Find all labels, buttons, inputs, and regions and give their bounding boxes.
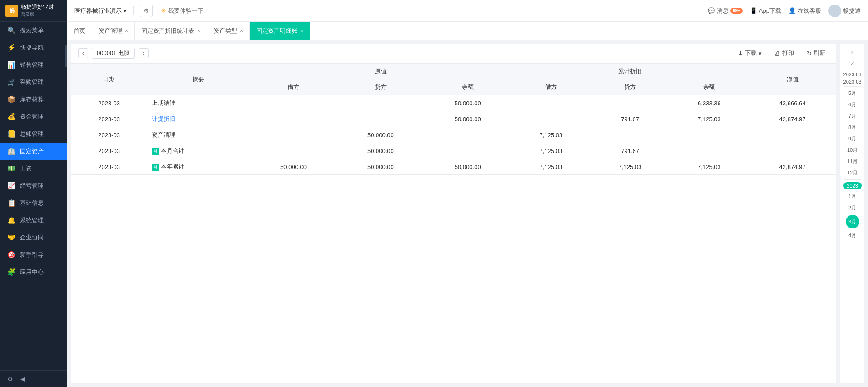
cell-dep-debit xyxy=(511,95,590,111)
prev-asset-button[interactable]: ‹ xyxy=(78,48,88,58)
rs-month-6[interactable]: 6月 xyxy=(840,99,864,110)
tab-asset-management[interactable]: 资产管理 × xyxy=(92,22,135,40)
sidebar-item-finance[interactable]: 💰 资金管理 xyxy=(0,108,67,125)
cell-date: 2023-03 xyxy=(71,127,147,143)
cell-dep-debit xyxy=(511,111,590,127)
download-button[interactable]: ⬇ 下载 ▾ xyxy=(734,47,765,59)
tab-close-depreciation-table[interactable]: × xyxy=(197,28,200,34)
refresh-icon: ↻ xyxy=(807,50,812,57)
sidebar-item-basic-info[interactable]: 📋 基础信息 xyxy=(0,194,67,212)
sidebar-item-operations[interactable]: 📈 经营管理 xyxy=(0,177,67,194)
tab-asset-detail[interactable]: 固定资产明细账 × xyxy=(250,22,310,40)
building-icon: 🏢 xyxy=(7,147,15,155)
cell-orig-credit: 50,000.00 xyxy=(337,127,424,143)
sidebar-item-system[interactable]: 🔔 系统管理 xyxy=(0,212,67,229)
experience-button[interactable]: ☀ 我要体验一下 xyxy=(156,5,208,17)
summary-link[interactable]: 计提折旧 xyxy=(152,115,175,122)
rs-month-10[interactable]: 10月 xyxy=(840,144,864,156)
timeline-sidebar: × ⤢ 2023.03 2023.03 5月 6月 7月 8月 9月 10月 1… xyxy=(840,44,864,383)
tab-depreciation-table[interactable]: 固定资产折旧统计表 × xyxy=(135,22,207,40)
content-toolbar: ‹ 000001 电脑 › ⬇ 下载 ▾ 🖨 打印 ↻ 刷新 xyxy=(71,44,836,63)
puzzle-icon: 🧩 xyxy=(7,268,15,276)
cell-dep-balance: 6,333.36 xyxy=(670,95,749,111)
cell-orig-debit xyxy=(250,95,337,111)
cell-summary: 计提折旧 xyxy=(147,111,250,127)
asset-code-tag: 000001 电脑 xyxy=(92,48,135,59)
sidebar-item-sales[interactable]: 📊 销售管理 xyxy=(0,56,67,74)
col-accumulated-depreciation: 累计折旧 xyxy=(511,64,749,79)
cell-dep-debit: 7,125.03 xyxy=(511,127,590,143)
settings-icon[interactable]: ⚙ xyxy=(7,375,13,382)
tab-close-asset-type[interactable]: × xyxy=(240,28,243,34)
col-original-value: 原值 xyxy=(250,64,511,79)
col-net-value: 净值 xyxy=(749,64,836,95)
cell-summary: 月本年累计 xyxy=(147,159,250,175)
refresh-button[interactable]: ↻ 刷新 xyxy=(803,47,829,59)
messages-action[interactable]: 💬 消息 99+ xyxy=(708,7,743,15)
collapse-icon[interactable]: ◀ xyxy=(20,375,25,382)
cell-orig-balance xyxy=(424,143,511,159)
online-service-action[interactable]: 👤 在线客服 xyxy=(789,7,821,15)
expand-panel-button[interactable]: ⤢ xyxy=(848,58,858,68)
col-orig-debit: 借方 xyxy=(250,79,337,95)
month-badge-icon: 月 xyxy=(152,148,159,155)
rs-month-7[interactable]: 7月 xyxy=(840,110,864,122)
rs-month-1[interactable]: 1月 xyxy=(840,191,864,202)
cell-dep-credit: 791.67 xyxy=(590,143,670,159)
cell-orig-credit: 50,000.00 xyxy=(337,159,424,175)
cell-date: 2023-03 xyxy=(71,159,147,175)
tab-close-asset-detail[interactable]: × xyxy=(300,28,303,34)
cell-summary: 上期结转 xyxy=(147,95,250,111)
settings-button[interactable]: ⚙ xyxy=(140,5,153,17)
user-action[interactable]: 畅捷通 xyxy=(828,5,861,17)
sidebar-item-purchase[interactable]: 🛒 采购管理 xyxy=(0,74,67,91)
sidebar-item-salary[interactable]: 💵 工资 xyxy=(0,160,67,177)
sidebar-item-general-ledger[interactable]: 📒 总账管理 xyxy=(0,125,67,143)
table-row: 2023-03 上期结转 50,000.00 6,333.36 43,666.6… xyxy=(71,95,836,111)
company-selector[interactable]: 医疗器械行业演示 ▾ xyxy=(74,7,127,15)
topbar-separator xyxy=(133,6,134,15)
month-badge-icon: 月 xyxy=(152,164,159,171)
message-icon: 💬 xyxy=(708,7,715,14)
sidebar-item-app-center[interactable]: 🧩 应用中心 xyxy=(0,263,67,281)
print-button[interactable]: 🖨 打印 xyxy=(771,47,798,59)
cell-dep-credit xyxy=(590,95,670,111)
rs-month-2[interactable]: 2月 xyxy=(840,202,864,213)
cell-orig-balance: 50,000.00 xyxy=(424,159,511,175)
sidebar-item-quick-nav[interactable]: ⚡ 快捷导航 xyxy=(0,39,67,56)
rs-year-entry-1: 2023.03 xyxy=(843,71,862,78)
cell-orig-credit: 50,000.00 xyxy=(337,143,424,159)
app-download-action[interactable]: 📱 App下载 xyxy=(750,7,781,15)
cell-net-value: 43,666.64 xyxy=(749,95,836,111)
cell-orig-debit: 50,000.00 xyxy=(250,159,337,175)
cart-icon: 🛒 xyxy=(7,78,15,86)
salary-icon: 💵 xyxy=(7,164,15,173)
download-chevron-icon: ▾ xyxy=(759,50,762,57)
rs-divider-2 xyxy=(844,179,861,180)
rs-month-4[interactable]: 4月 xyxy=(840,230,864,241)
rs-month-11[interactable]: 11月 xyxy=(840,156,864,167)
rs-month-9[interactable]: 9月 xyxy=(840,133,864,144)
sidebar-item-enterprise[interactable]: 🤝 企业协同 xyxy=(0,229,67,246)
sidebar-item-inventory[interactable]: 📦 库存核算 xyxy=(0,91,67,108)
sidebar-logo: 畅 畅捷通好业财 普及版 xyxy=(0,0,67,22)
sidebar-scrollbar[interactable] xyxy=(65,45,67,67)
sidebar-item-guide[interactable]: 🎯 新手引导 xyxy=(0,246,67,263)
rs-month-8[interactable]: 8月 xyxy=(840,122,864,133)
message-badge: 99+ xyxy=(730,8,743,14)
tab-home[interactable]: 首页 xyxy=(67,22,92,40)
cell-dep-credit: 791.67 xyxy=(590,111,670,127)
sidebar-item-search[interactable]: 🔍 搜索菜单 xyxy=(0,22,67,39)
col-date: 日期 xyxy=(71,64,147,95)
sidebar-item-fixed-assets[interactable]: 🏢 固定资产 xyxy=(0,143,67,160)
tab-asset-type[interactable]: 资产类型 × xyxy=(207,22,250,40)
bell-icon: 🔔 xyxy=(7,216,15,224)
tab-close-asset-management[interactable]: × xyxy=(125,28,128,34)
rs-month-12[interactable]: 12月 xyxy=(840,167,864,179)
rs-month-5[interactable]: 5月 xyxy=(840,88,864,99)
logo-text: 畅捷通好业财 普及版 xyxy=(21,4,54,18)
close-panel-button[interactable]: × xyxy=(848,47,858,57)
data-table: 日期 摘要 原值 累计折旧 净值 借方 贷方 余额 借方 贷方 余额 xyxy=(71,63,836,383)
next-asset-button[interactable]: › xyxy=(139,48,149,58)
rs-month-3-active[interactable]: 3月 xyxy=(846,215,859,228)
